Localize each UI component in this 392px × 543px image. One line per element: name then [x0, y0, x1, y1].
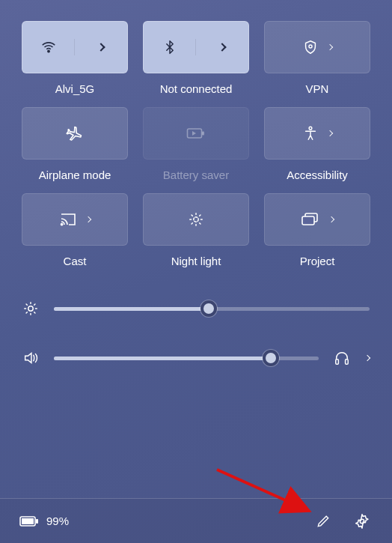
brightness-slider[interactable]	[22, 300, 370, 317]
chevron-right-icon	[97, 43, 105, 51]
svg-rect-8	[302, 216, 314, 225]
quick-settings-panel: Alvi_5G Not connected	[0, 0, 392, 543]
edit-button[interactable]	[313, 511, 334, 532]
bluetooth-icon	[162, 39, 177, 55]
chevron-right-icon	[85, 216, 91, 222]
bluetooth-toggle[interactable]	[144, 39, 196, 55]
night-light-tile[interactable]: Night light	[143, 193, 249, 267]
accessibility-label: Accessibility	[287, 169, 348, 181]
volume-track[interactable]	[54, 357, 319, 360]
wifi-label: Alvi_5G	[55, 82, 95, 95]
shield-icon	[302, 39, 319, 55]
chevron-right-icon[interactable]	[364, 355, 370, 361]
battery-saver-icon	[186, 127, 206, 140]
svg-rect-11	[346, 360, 349, 364]
wifi-icon	[40, 39, 57, 55]
svg-rect-13	[36, 519, 38, 524]
project-label: Project	[300, 255, 335, 267]
wifi-toggle[interactable]	[22, 39, 75, 55]
battery-text: 99%	[46, 515, 69, 527]
battery-saver-tile: Battery saver	[143, 107, 249, 181]
volume-thumb[interactable]	[263, 350, 279, 366]
cast-tile[interactable]: Cast	[22, 193, 128, 267]
airplane-label: Airplane mode	[39, 169, 111, 181]
night-light-label: Night light	[171, 255, 221, 267]
chevron-right-icon	[327, 130, 333, 136]
sliders-section	[22, 300, 370, 366]
svg-point-6	[194, 217, 198, 222]
airplane-icon	[66, 124, 84, 142]
brightness-track[interactable]	[54, 307, 370, 311]
volume-icon	[22, 350, 39, 366]
night-light-icon	[188, 211, 204, 228]
quick-settings-grid: Alvi_5G Not connected	[22, 21, 370, 267]
bluetooth-expand[interactable]	[196, 44, 248, 50]
settings-button[interactable]	[352, 511, 373, 532]
cast-icon	[59, 212, 77, 227]
bottom-bar: 99%	[0, 498, 392, 543]
battery-saver-label: Battery saver	[163, 169, 229, 181]
vpn-tile[interactable]: VPN	[264, 21, 370, 95]
bluetooth-label: Not connected	[160, 82, 233, 95]
svg-point-5	[61, 224, 63, 225]
headphones-icon[interactable]	[334, 350, 350, 366]
chevron-right-icon	[328, 216, 334, 222]
vpn-label: VPN	[306, 82, 329, 95]
pencil-icon	[316, 514, 331, 529]
svg-rect-10	[336, 360, 339, 364]
accessibility-icon	[302, 125, 319, 142]
wifi-expand[interactable]	[75, 44, 127, 50]
chevron-right-icon	[327, 44, 333, 50]
svg-rect-14	[22, 518, 34, 524]
cast-label: Cast	[64, 255, 87, 267]
airplane-tile[interactable]: Airplane mode	[22, 107, 128, 181]
svg-point-4	[309, 127, 312, 130]
wifi-tile[interactable]: Alvi_5G	[22, 21, 128, 95]
brightness-icon	[22, 300, 39, 317]
svg-point-9	[28, 306, 33, 311]
accessibility-tile[interactable]: Accessibility	[264, 107, 370, 181]
gear-icon	[354, 513, 370, 530]
volume-slider[interactable]	[22, 350, 370, 366]
svg-point-1	[309, 45, 312, 48]
project-icon	[301, 212, 320, 227]
chevron-right-icon	[218, 43, 226, 51]
project-tile[interactable]: Project	[264, 193, 370, 267]
svg-rect-3	[202, 132, 204, 136]
svg-point-0	[47, 50, 49, 52]
battery-icon	[19, 515, 39, 527]
bluetooth-tile[interactable]: Not connected	[143, 21, 249, 95]
brightness-thumb[interactable]	[200, 300, 217, 317]
